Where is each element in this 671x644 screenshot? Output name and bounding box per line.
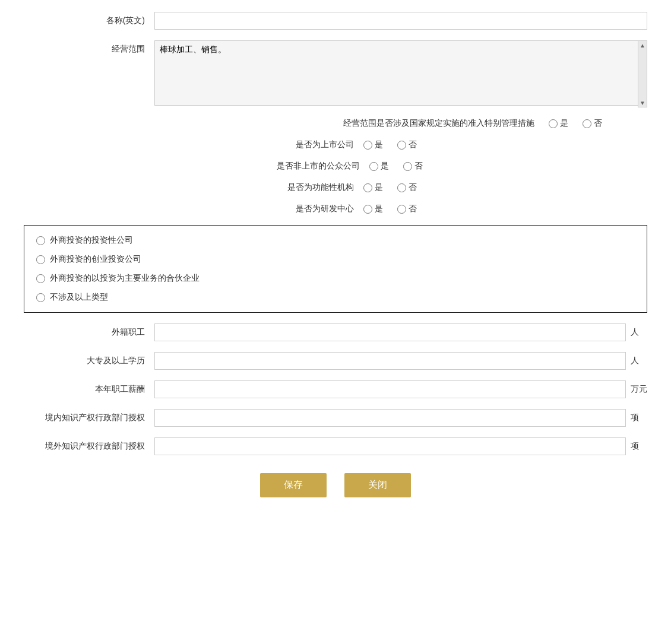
scroll-up-arrow[interactable]: ▲ bbox=[638, 41, 647, 49]
business-scope-label: 经营范围 bbox=[24, 40, 154, 55]
non-listed-yes-item[interactable]: 是 bbox=[369, 161, 389, 172]
non-listed-yes-label: 是 bbox=[381, 161, 389, 172]
special-measures-no-item[interactable]: 否 bbox=[583, 118, 602, 129]
non-listed-label: 是否非上市的公众公司 bbox=[239, 161, 369, 172]
annual-salary-row: 本年职工薪酬 万元 bbox=[24, 380, 647, 398]
special-measures-no-radio[interactable] bbox=[583, 119, 591, 128]
college-edu-input[interactable] bbox=[154, 352, 626, 370]
rd-no-radio[interactable] bbox=[397, 205, 406, 214]
functional-no-label: 否 bbox=[409, 182, 417, 193]
non-listed-radio-group: 是 否 bbox=[369, 161, 432, 172]
functional-no-radio[interactable] bbox=[397, 183, 406, 192]
investment-type-row-2: 外商投资的以投资为主要业务的合伙企业 bbox=[36, 273, 635, 284]
rd-yes-radio[interactable] bbox=[363, 205, 372, 214]
special-measures-radio-group: 是 否 bbox=[549, 118, 647, 129]
close-button[interactable]: 关闭 bbox=[344, 473, 411, 497]
investment-type-radio-1[interactable] bbox=[36, 255, 45, 264]
domestic-ip-unit: 项 bbox=[626, 413, 647, 423]
non-listed-no-label: 否 bbox=[414, 161, 423, 172]
investment-type-radio-0[interactable] bbox=[36, 236, 45, 245]
functional-yes-item[interactable]: 是 bbox=[363, 182, 383, 193]
textarea-scrollbar[interactable]: ▲ ▼ bbox=[638, 40, 647, 107]
functional-org-radio-group: 是 否 bbox=[363, 182, 426, 193]
business-scope-row: 经营范围 棒球加工、销售。 ▲ ▼ bbox=[24, 40, 647, 107]
rd-yes-item[interactable]: 是 bbox=[363, 204, 383, 214]
listed-yes-radio[interactable] bbox=[363, 141, 372, 150]
investment-type-row-0: 外商投资的投资性公司 bbox=[36, 235, 635, 246]
listed-company-radio-group: 是 否 bbox=[363, 139, 426, 150]
investment-type-radio-3[interactable] bbox=[36, 293, 45, 302]
special-measures-row: 经营范围是否涉及国家规定实施的准入特别管理措施 是 否 bbox=[24, 118, 647, 129]
rd-no-item[interactable]: 否 bbox=[397, 204, 417, 214]
business-scope-textarea[interactable]: 棒球加工、销售。 bbox=[154, 40, 647, 106]
button-row: 保存 关闭 bbox=[24, 473, 647, 497]
listed-no-label: 否 bbox=[409, 139, 417, 150]
domestic-ip-row: 境内知识产权行政部门授权 项 bbox=[24, 409, 647, 427]
english-name-wrap bbox=[154, 12, 647, 30]
business-scope-wrap: 棒球加工、销售。 ▲ ▼ bbox=[154, 40, 647, 107]
annual-salary-input[interactable] bbox=[154, 380, 626, 398]
foreign-staff-unit: 人 bbox=[626, 327, 647, 338]
rd-center-label: 是否为研发中心 bbox=[245, 204, 363, 214]
domestic-ip-label: 境内知识产权行政部门授权 bbox=[24, 413, 154, 423]
english-name-label: 各称(英文) bbox=[24, 12, 154, 26]
annual-salary-label: 本年职工薪酬 bbox=[24, 384, 154, 395]
investment-type-label-1: 外商投资的创业投资公司 bbox=[50, 254, 141, 265]
non-listed-yes-radio[interactable] bbox=[369, 162, 378, 171]
listed-company-row: 是否为上市公司 是 否 bbox=[24, 139, 647, 150]
college-edu-unit: 人 bbox=[626, 356, 647, 366]
investment-type-box: 外商投资的投资性公司 外商投资的创业投资公司 外商投资的以投资为主要业务的合伙企… bbox=[24, 225, 647, 313]
listed-yes-label: 是 bbox=[375, 139, 383, 150]
listed-no-radio[interactable] bbox=[397, 141, 406, 150]
college-edu-row: 大专及以上学历 人 bbox=[24, 352, 647, 370]
listed-no-item[interactable]: 否 bbox=[397, 139, 417, 150]
save-button[interactable]: 保存 bbox=[260, 473, 327, 497]
english-name-row: 各称(英文) bbox=[24, 12, 647, 30]
special-measures-label: 经营范围是否涉及国家规定实施的准入特别管理措施 bbox=[24, 118, 549, 129]
special-measures-yes-item[interactable]: 是 bbox=[549, 118, 568, 129]
annual-salary-unit: 万元 bbox=[626, 384, 647, 395]
rd-center-row: 是否为研发中心 是 否 bbox=[24, 204, 647, 214]
investment-type-radio-2[interactable] bbox=[36, 274, 45, 283]
foreign-staff-row: 外籍职工 人 bbox=[24, 323, 647, 341]
scroll-down-arrow[interactable]: ▼ bbox=[638, 99, 647, 107]
listed-yes-item[interactable]: 是 bbox=[363, 139, 383, 150]
non-listed-row: 是否非上市的公众公司 是 否 bbox=[24, 161, 647, 172]
foreign-staff-input[interactable] bbox=[154, 323, 626, 341]
listed-company-label: 是否为上市公司 bbox=[245, 139, 363, 150]
non-listed-no-radio[interactable] bbox=[403, 162, 412, 171]
functional-org-label: 是否为功能性机构 bbox=[245, 182, 363, 193]
investment-type-row-1: 外商投资的创业投资公司 bbox=[36, 254, 635, 265]
foreign-ip-row: 境外知识产权行政部门授权 项 bbox=[24, 437, 647, 455]
non-listed-no-item[interactable]: 否 bbox=[403, 161, 423, 172]
investment-type-label-2: 外商投资的以投资为主要业务的合伙企业 bbox=[50, 273, 200, 284]
functional-yes-label: 是 bbox=[375, 182, 383, 193]
functional-no-item[interactable]: 否 bbox=[397, 182, 417, 193]
domestic-ip-input[interactable] bbox=[154, 409, 626, 427]
investment-type-label-0: 外商投资的投资性公司 bbox=[50, 235, 133, 246]
rd-no-label: 否 bbox=[409, 204, 417, 214]
investment-type-label-3: 不涉及以上类型 bbox=[50, 292, 108, 303]
english-name-input[interactable] bbox=[154, 12, 647, 30]
functional-yes-radio[interactable] bbox=[363, 183, 372, 192]
foreign-staff-label: 外籍职工 bbox=[24, 327, 154, 338]
functional-org-row: 是否为功能性机构 是 否 bbox=[24, 182, 647, 193]
foreign-ip-unit: 项 bbox=[626, 441, 647, 452]
special-measures-yes-radio[interactable] bbox=[549, 119, 558, 128]
foreign-ip-input[interactable] bbox=[154, 437, 626, 455]
college-edu-label: 大专及以上学历 bbox=[24, 356, 154, 366]
special-measures-no-label: 否 bbox=[594, 118, 602, 129]
rd-center-radio-group: 是 否 bbox=[363, 204, 426, 214]
special-measures-yes-label: 是 bbox=[560, 118, 568, 129]
rd-yes-label: 是 bbox=[375, 204, 383, 214]
foreign-ip-label: 境外知识产权行政部门授权 bbox=[24, 441, 154, 452]
investment-type-row-3: 不涉及以上类型 bbox=[36, 292, 635, 303]
